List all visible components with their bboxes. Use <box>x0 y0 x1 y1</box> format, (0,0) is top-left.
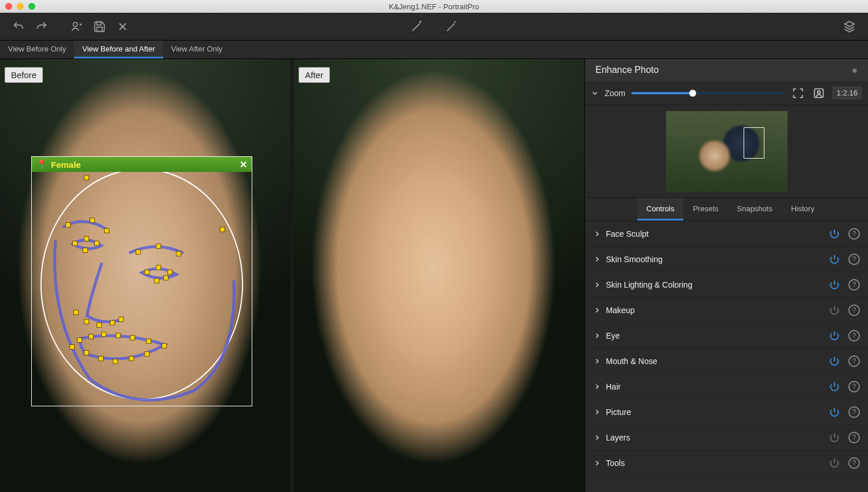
sidebar-title: Enhance Photo <box>595 65 659 75</box>
svg-rect-11 <box>94 241 99 245</box>
help-icon[interactable]: ? <box>848 406 860 418</box>
zoom-slider[interactable] <box>631 92 785 94</box>
help-icon[interactable]: ? <box>848 279 860 291</box>
control-name: Hair <box>606 382 829 391</box>
help-icon[interactable]: ? <box>848 457 860 469</box>
close-file-button[interactable] <box>111 15 134 38</box>
navigator-viewport[interactable] <box>744 127 764 159</box>
face-tag-header[interactable]: 📍 Female ✕ <box>32 157 252 172</box>
power-toggle-icon[interactable] <box>829 457 840 469</box>
landmark-points[interactable] <box>66 175 225 364</box>
svg-rect-33 <box>84 350 89 355</box>
face-tag-label: Female <box>51 160 81 170</box>
navigator-thumbnail[interactable] <box>585 105 868 198</box>
after-panel[interactable]: After <box>290 59 584 492</box>
zoom-ratio[interactable]: 1:2.16 <box>832 86 862 100</box>
sidebar-title-bar: Enhance Photo ◉ <box>585 59 868 81</box>
help-icon[interactable]: ? <box>848 432 860 443</box>
help-icon[interactable]: ? <box>848 254 860 265</box>
face-tag-close[interactable]: ✕ <box>240 159 247 170</box>
control-row-tools[interactable]: Tools? <box>585 450 868 476</box>
svg-rect-9 <box>73 241 78 245</box>
brush-remove-button[interactable] <box>440 15 463 38</box>
svg-point-3 <box>41 172 242 399</box>
fit-face-icon[interactable] <box>811 86 826 101</box>
svg-point-40 <box>817 90 820 93</box>
power-toggle-icon[interactable] <box>829 355 840 367</box>
svg-rect-4 <box>84 175 89 180</box>
control-row-makeup[interactable]: Makeup? <box>585 298 868 323</box>
svg-rect-15 <box>176 251 181 256</box>
help-icon[interactable]: ? <box>848 381 860 392</box>
sidebar-tabs: Controls Presets Snapshots History <box>585 198 868 221</box>
undo-button[interactable] <box>7 15 30 38</box>
power-toggle-icon[interactable] <box>829 228 840 240</box>
redo-button[interactable] <box>30 15 53 38</box>
svg-rect-19 <box>155 278 159 283</box>
tab-controls[interactable]: Controls <box>637 198 683 221</box>
svg-rect-5 <box>220 227 225 232</box>
svg-rect-38 <box>70 345 75 350</box>
control-row-face-sculpt[interactable]: Face Sculpt? <box>585 221 868 247</box>
zoom-window-dot[interactable] <box>28 3 35 10</box>
tab-before-only[interactable]: View Before Only <box>0 41 74 58</box>
power-toggle-icon[interactable] <box>829 330 840 342</box>
control-name: Tools <box>606 458 829 468</box>
control-row-mouth-nose[interactable]: Mouth & Nose? <box>585 348 868 374</box>
brush-add-button[interactable] <box>405 15 428 38</box>
control-row-layers[interactable]: Layers? <box>585 425 868 450</box>
navigator-image <box>666 111 788 192</box>
tab-before-after[interactable]: View Before and After <box>74 41 163 58</box>
svg-rect-31 <box>146 339 151 344</box>
main-toolbar <box>0 13 868 41</box>
tab-presets[interactable]: Presets <box>683 198 727 221</box>
sidebar-collapse-icon[interactable]: ◉ <box>852 67 858 74</box>
fit-screen-icon[interactable] <box>790 86 806 101</box>
control-row-picture[interactable]: Picture? <box>585 399 868 425</box>
chevron-right-icon <box>593 281 601 289</box>
control-row-skin-smoothing[interactable]: Skin Smoothing? <box>585 247 868 272</box>
close-window-dot[interactable] <box>5 3 12 10</box>
after-label: After <box>299 67 330 83</box>
minimize-window-dot[interactable] <box>17 3 24 10</box>
tab-after-only[interactable]: View After Only <box>163 41 231 58</box>
zoom-row: Zoom 1:2.16 <box>585 81 868 105</box>
help-icon[interactable]: ? <box>848 304 860 316</box>
svg-rect-22 <box>84 320 89 324</box>
control-name: Mouth & Nose <box>606 357 829 366</box>
before-panel[interactable]: Before 📍 Female ✕ <box>0 59 290 492</box>
chevron-right-icon <box>593 357 601 365</box>
power-toggle-icon[interactable] <box>829 406 840 418</box>
help-icon[interactable]: ? <box>848 355 860 367</box>
svg-rect-14 <box>156 244 161 248</box>
face-overlay[interactable]: 📍 Female ✕ <box>31 156 252 406</box>
control-row-hair[interactable]: Hair? <box>585 374 868 399</box>
next-face-button[interactable] <box>65 15 88 38</box>
control-name: Makeup <box>606 306 829 315</box>
save-button[interactable] <box>88 15 111 38</box>
power-toggle-icon[interactable] <box>829 432 840 443</box>
control-name: Layers <box>606 433 829 442</box>
layers-icon[interactable] <box>838 15 861 38</box>
svg-rect-21 <box>74 310 79 315</box>
power-toggle-icon[interactable] <box>829 279 840 291</box>
tab-snapshots[interactable]: Snapshots <box>728 198 782 221</box>
svg-rect-37 <box>145 351 149 356</box>
power-toggle-icon[interactable] <box>829 254 840 265</box>
control-row-skin-lighting-coloring[interactable]: Skin Lighting & Coloring? <box>585 272 868 298</box>
help-icon[interactable]: ? <box>848 228 860 240</box>
help-icon[interactable]: ? <box>848 330 860 342</box>
svg-rect-25 <box>119 317 123 322</box>
control-row-eye[interactable]: Eye? <box>585 323 868 348</box>
power-toggle-icon[interactable] <box>829 381 840 392</box>
chevron-down-icon[interactable] <box>591 89 599 97</box>
power-toggle-icon[interactable] <box>829 304 840 316</box>
tab-history[interactable]: History <box>782 198 823 221</box>
svg-rect-36 <box>129 356 134 361</box>
chevron-right-icon <box>593 332 601 340</box>
svg-rect-35 <box>113 359 117 364</box>
chevron-right-icon <box>593 434 601 442</box>
window-title: K&Jeng1.NEF - PortraitPro <box>389 2 479 11</box>
face-landmarks-svg[interactable] <box>32 172 252 406</box>
svg-rect-20 <box>164 276 168 280</box>
